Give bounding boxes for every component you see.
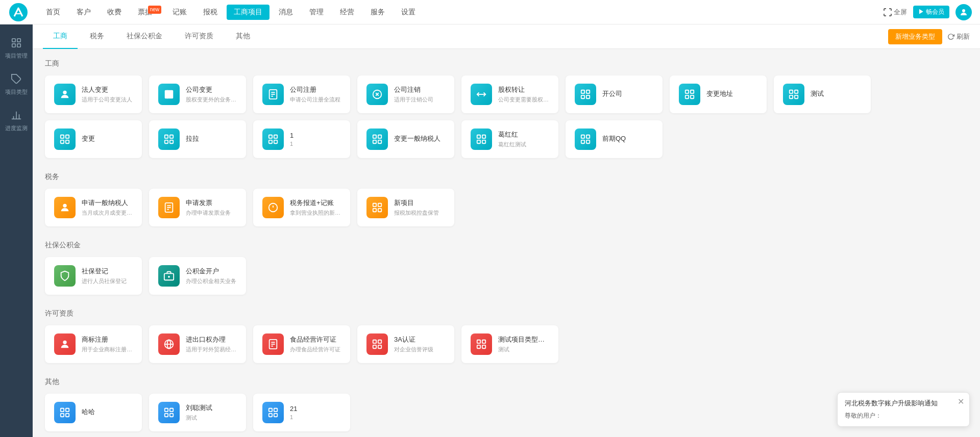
card-icon-change: [54, 128, 76, 150]
card-text-test1: 测试: [811, 89, 862, 100]
card-tax-report[interactable]: 税务报道+记账 拿到营业执照的新公司: [253, 189, 350, 226]
card-name-apply-taxpayer: 申请一般纳税人: [82, 198, 133, 208]
svg-rect-26: [685, 90, 689, 93]
card-gehonghong[interactable]: 葛红红 葛红红测试: [461, 120, 558, 158]
card-trademark[interactable]: 商标注册 用于企业商标注册服务: [45, 325, 142, 363]
card-qqearly[interactable]: 前期QQ: [566, 120, 663, 158]
card-test-type[interactable]: 测试项目类型目定义 测试: [461, 325, 558, 363]
card-company-cancel[interactable]: 公司注销 适用于注销公司: [357, 75, 454, 113]
card-icon-company-register: [262, 84, 284, 105]
refresh-button[interactable]: 刷新: [947, 32, 970, 41]
svg-rect-5: [17, 44, 20, 47]
svg-rect-12: [165, 90, 174, 99]
card-text-apply-invoice: 申请发票 办理申请发票业务: [186, 198, 237, 217]
nav-fee[interactable]: 收费: [100, 5, 129, 20]
svg-rect-85: [482, 340, 485, 343]
card-text-equity-transfer: 股权转让 公司变更需要股权转让: [498, 85, 549, 104]
svg-rect-2: [12, 39, 15, 42]
card-name-legal-change: 法人变更: [82, 85, 133, 94]
card-open-company[interactable]: 开公司: [566, 75, 663, 113]
nav-industry[interactable]: 工商项目: [227, 5, 270, 20]
avatar[interactable]: [955, 4, 972, 20]
sidebar-item-progress[interactable]: 进度监测: [0, 102, 33, 138]
card-desc-gehonghong: 葛红红测试: [498, 141, 549, 148]
svg-rect-29: [691, 95, 694, 98]
card-haha[interactable]: 哈哈: [45, 394, 142, 431]
tab-social[interactable]: 社保公积金: [116, 24, 173, 49]
card-new-project[interactable]: 新项目 报税加税控盘保管: [357, 189, 454, 226]
nav-tax[interactable]: 报税: [196, 5, 225, 20]
card-apply-invoice[interactable]: 申请发票 办理申请发票业务: [149, 189, 246, 226]
card-21[interactable]: 21 1: [253, 394, 350, 431]
card-icon-food-license: [262, 333, 284, 355]
svg-rect-37: [66, 140, 69, 143]
card-provident-fund[interactable]: 公积金开户 办理公积金相关业务: [149, 257, 246, 295]
card-apply-taxpayer[interactable]: 申请一般纳税人 当月或次月成变更完成: [45, 189, 142, 226]
card-legal-change[interactable]: 法人变更 适用于公司变更法人: [45, 75, 142, 113]
card-text-one: 1 1: [290, 132, 341, 147]
section-title-industry: 工商: [45, 59, 968, 68]
sidebar-item-project-type[interactable]: 项目类型: [0, 66, 33, 102]
svg-rect-69: [378, 209, 381, 212]
tab-license[interactable]: 许可资质: [175, 24, 224, 49]
card-company-change[interactable]: 公司变更 股权变更外的业务变更: [149, 75, 246, 113]
card-lala[interactable]: 拉拉: [149, 120, 246, 158]
section-title-social: 社保公积金: [45, 241, 968, 250]
content-area: 工商 法人变更 适用于公司变更法人 公司变更 股权变更外的业务变更: [33, 49, 980, 437]
tab-industry[interactable]: 工商: [43, 24, 78, 49]
card-desc-equity-transfer: 公司变更需要股权转让: [498, 96, 549, 104]
svg-point-73: [63, 341, 66, 344]
card-change[interactable]: 变更: [45, 120, 142, 158]
tab-other[interactable]: 其他: [226, 24, 260, 49]
new-type-button[interactable]: 新增业务类型: [888, 29, 942, 44]
nav-home[interactable]: 首页: [39, 5, 67, 20]
card-icon-apply-taxpayer: [54, 197, 76, 218]
svg-rect-82: [373, 345, 376, 348]
nav-service[interactable]: 服务: [363, 5, 392, 20]
card-one[interactable]: 1 1: [253, 120, 350, 158]
svg-rect-48: [373, 140, 376, 143]
notification-close[interactable]: ✕: [958, 397, 964, 406]
card-name-company-register: 公司注册: [290, 85, 341, 94]
nav-customer[interactable]: 客户: [69, 5, 98, 20]
card-3a-cert[interactable]: 3A认证 对企业信誉评级: [357, 325, 454, 363]
card-name-change-address: 变更地址: [706, 89, 757, 98]
card-change-taxpayer[interactable]: 变更一般纳税人: [357, 120, 454, 158]
member-btn[interactable]: ▶ 畅会员: [913, 6, 949, 18]
nav-message[interactable]: 消息: [272, 5, 300, 20]
card-liucong[interactable]: 刘聪测试 测试: [149, 394, 246, 431]
nav-accounting[interactable]: 记账: [165, 5, 194, 20]
sidebar-item-project-manage[interactable]: 项目管理: [0, 30, 33, 66]
card-text-company-cancel: 公司注销 适用于注销公司: [394, 85, 445, 104]
svg-rect-38: [165, 135, 168, 138]
card-food-license[interactable]: 食品经营许可证 办理食品经营许可证: [253, 325, 350, 363]
card-name-provident-fund: 公积金开户: [186, 267, 237, 276]
card-change-address[interactable]: 变更地址: [670, 75, 767, 113]
nav-ticket[interactable]: 票据 new: [131, 5, 163, 20]
card-social-insurance[interactable]: 社保登记 进行人员社保登记: [45, 257, 142, 295]
card-desc-21: 1: [290, 414, 341, 420]
logo[interactable]: [8, 2, 29, 22]
card-equity-transfer[interactable]: 股权转让 公司变更需要股权转让: [461, 75, 558, 113]
card-name-qqearly: 前期QQ: [602, 134, 653, 143]
svg-rect-49: [378, 140, 381, 143]
card-text-legal-change: 法人变更 适用于公司变更法人: [82, 85, 133, 104]
nav-settings[interactable]: 设置: [394, 5, 423, 20]
nav-manage[interactable]: 管理: [302, 5, 331, 20]
svg-point-1: [962, 9, 965, 12]
svg-rect-46: [373, 135, 376, 138]
card-import-export[interactable]: 进出口权办理 适用于对外贸易经营者: [149, 325, 246, 363]
svg-rect-68: [373, 209, 376, 212]
play-icon: ▶: [918, 8, 924, 15]
section-title-other: 其他: [45, 377, 968, 387]
tab-tax[interactable]: 税务: [80, 24, 114, 49]
card-test1[interactable]: 测试: [774, 75, 871, 113]
nav-operation[interactable]: 经营: [333, 5, 361, 20]
svg-rect-90: [61, 414, 64, 417]
card-company-register[interactable]: 公司注册 申请公司注册全流程: [253, 75, 350, 113]
card-name-haha: 哈哈: [82, 407, 133, 417]
svg-rect-40: [165, 140, 168, 143]
card-desc-food-license: 办理食品经营许可证: [290, 346, 341, 353]
fullscreen-btn[interactable]: 全屏: [884, 8, 907, 17]
card-icon-change-taxpayer: [366, 128, 388, 150]
